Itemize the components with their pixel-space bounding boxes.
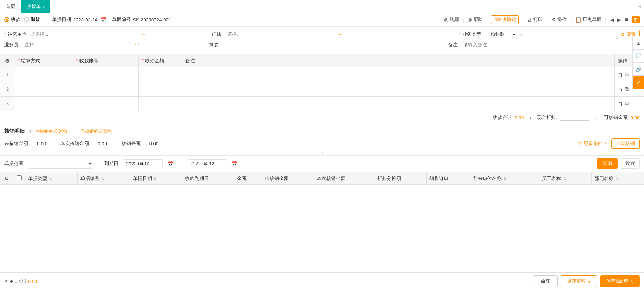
action-shortcut[interactable]: ⌨ 快捷键 xyxy=(491,15,519,24)
save-new-button[interactable]: 保存&新增 ∧ xyxy=(600,275,640,287)
hexiao-info-icon[interactable]: ℹ xyxy=(29,129,31,134)
bottom-table: ⚙ 单据类型 ⇅ 单据编号 ⇅ xyxy=(0,172,644,185)
range-select[interactable] xyxy=(28,159,93,169)
bt-col-number-sort[interactable]: ⇅ xyxy=(101,177,104,181)
action-video[interactable]: ◎ 视频 xyxy=(444,16,459,23)
row-1-delete-icon[interactable]: 🗑 xyxy=(618,72,623,78)
row-2-settlement[interactable] xyxy=(15,82,73,97)
grid-icon[interactable]: ⊞ xyxy=(632,16,640,23)
filter-settings-button[interactable]: 设置 xyxy=(621,158,640,169)
radio-shoukuan[interactable]: 收款 xyxy=(4,16,20,23)
row-2-copy-icon[interactable]: ⧉ xyxy=(625,86,629,92)
number-value: SK-20230324-001 xyxy=(133,17,172,23)
row-2-amount[interactable] xyxy=(139,82,182,97)
form-area: 往来单位 ··· 门店 ··· 业务类型 预收款 ∨ xyxy=(0,27,644,54)
row-1-remark[interactable] xyxy=(182,67,615,82)
date-to-calendar-icon[interactable]: 📅 xyxy=(231,161,237,166)
active-tab[interactable]: 收款单 × xyxy=(21,0,50,13)
table-settings-header[interactable]: ⚙ xyxy=(0,54,15,67)
bottom-actions: 放弃 保存草稿 ∧ 保存&新增 ∧ xyxy=(533,275,640,287)
row-3-remark[interactable] xyxy=(182,97,615,111)
bottom-info-icon[interactable]: ℹ xyxy=(25,279,27,284)
help-icon: ◎ xyxy=(468,17,472,23)
query-button[interactable]: 查询 xyxy=(597,158,618,169)
row-3-settlement[interactable] xyxy=(15,97,73,111)
radio-tuikuan[interactable]: 退款 xyxy=(24,16,40,23)
row-1-copy-icon[interactable]: ⧉ xyxy=(625,71,629,78)
discount-input[interactable] xyxy=(560,115,589,121)
table-settings-icon[interactable]: ⚙ xyxy=(5,58,10,64)
more-filter-button[interactable]: ▽ 更多条件 ∧ xyxy=(578,140,608,147)
unchecked-label: 未核销金额 xyxy=(4,140,28,147)
date-from-input[interactable] xyxy=(123,159,163,168)
tab-done[interactable]: 已核销单据(0笔) xyxy=(80,128,112,134)
bt-col-dept-sort[interactable]: ⇅ xyxy=(615,177,618,181)
nav-next-icon[interactable]: ▶ xyxy=(617,17,621,23)
table-footer: 收款合计 0.00 + 现金折扣: = 可核销金额 0.00 xyxy=(0,111,644,124)
col-remark-label: 备注 xyxy=(185,58,195,63)
close-window-icon[interactable]: × xyxy=(638,4,641,9)
row-3-copy-icon[interactable]: ⧉ xyxy=(625,101,629,107)
bt-col-partner-sort[interactable]: ⇅ xyxy=(504,177,507,181)
partner-input[interactable] xyxy=(29,31,138,38)
right-panel-table-icon[interactable]: ⊞ xyxy=(633,36,644,50)
bt-settings-icon[interactable]: ⚙ xyxy=(5,176,9,181)
abandon-button[interactable]: 放弃 xyxy=(533,275,558,287)
action-ops[interactable]: ⚙ 操作 xyxy=(551,16,567,23)
partner-dots[interactable]: ··· xyxy=(138,31,147,38)
date-icon[interactable]: 📅 xyxy=(100,17,106,23)
store-dots[interactable]: ··· xyxy=(335,31,344,38)
row-1-settlement[interactable] xyxy=(15,67,73,82)
active-tab-label: 收款单 xyxy=(27,3,41,10)
action-history[interactable]: 📋 历史单据 xyxy=(575,16,601,23)
row-2-delete-icon[interactable]: 🗑 xyxy=(618,86,623,92)
toolbar-actions: | ◎ 视频 | ◎ 帮助 | ⌨ 快捷键 | 🖨 打印 xyxy=(439,15,640,24)
right-panel-expand-icon[interactable]: ⤢ xyxy=(633,76,644,89)
row-1-account[interactable] xyxy=(73,67,139,82)
hexiao-title: 核销明细 xyxy=(4,128,25,134)
bottom-table-header: ⚙ 单据类型 ⇅ 单据编号 ⇅ xyxy=(0,172,644,185)
bt-col-type-sort[interactable]: ⇅ xyxy=(49,177,52,181)
right-panel: ⊞ 📄 🔗 ⤢ xyxy=(632,36,644,89)
bt-col-type: 单据类型 ⇅ xyxy=(25,172,78,185)
filter-collapse-icon[interactable]: ∨ xyxy=(321,151,323,155)
bt-select-all-checkbox[interactable] xyxy=(17,175,22,180)
nav-prev-icon[interactable]: ◀ xyxy=(610,17,614,23)
auto-hexiao-button[interactable]: 自动核销 xyxy=(611,138,640,149)
row-3-account[interactable] xyxy=(73,97,139,111)
store-input[interactable] xyxy=(226,31,335,38)
bt-col-staff-sort[interactable]: ⇅ xyxy=(563,177,566,181)
row-3-delete-icon[interactable]: 🗑 xyxy=(618,101,623,107)
minimize-icon[interactable]: — xyxy=(624,4,629,9)
right-panel-doc-icon[interactable]: 📄 xyxy=(633,50,644,63)
row-3-amount[interactable] xyxy=(139,97,182,111)
main-table: ⚙ * 结算方式 * 收款账号 * 收款金额 备注 xyxy=(0,54,644,111)
layout-icon[interactable]: ≡ xyxy=(625,16,628,23)
store-label: 门店 xyxy=(212,31,224,38)
date-from-calendar-icon[interactable]: 📅 xyxy=(167,161,173,166)
action-help[interactable]: ◎ 帮助 xyxy=(468,16,483,23)
bt-col-sales-order: 销售订单 xyxy=(426,172,470,185)
right-panel-link-icon[interactable]: 🔗 xyxy=(633,63,644,76)
business-type-select[interactable]: 预收款 xyxy=(488,30,517,38)
action-print[interactable]: 🖨 打印 xyxy=(527,16,543,23)
home-tab[interactable]: 首页 xyxy=(0,0,21,13)
date-from-label: 到期日 xyxy=(104,160,118,167)
close-tab-icon[interactable]: × xyxy=(43,4,45,9)
save-draft-button[interactable]: 保存草稿 ∧ xyxy=(561,275,597,287)
auto-hexiao-label: 自动核销 xyxy=(616,141,635,146)
tab-pending[interactable]: 待核销单据(0笔) xyxy=(35,128,67,134)
staff-dots[interactable]: ··· xyxy=(132,42,141,48)
row-1-amount[interactable] xyxy=(139,67,182,82)
bt-col-date-sort[interactable]: ⇅ xyxy=(154,177,157,181)
remark-input[interactable] xyxy=(462,41,640,48)
maximize-icon[interactable]: □ xyxy=(632,4,635,9)
bt-col-settings[interactable]: ⚙ xyxy=(0,172,13,185)
toolbar-divider-1 xyxy=(46,16,46,23)
row-2-account[interactable] xyxy=(73,82,139,97)
row-2-remark[interactable] xyxy=(182,82,615,97)
save-new-chevron: ∧ xyxy=(630,279,633,284)
date-to-input[interactable] xyxy=(187,159,227,168)
staff-input[interactable] xyxy=(23,41,132,48)
summary-input[interactable] xyxy=(223,41,332,48)
